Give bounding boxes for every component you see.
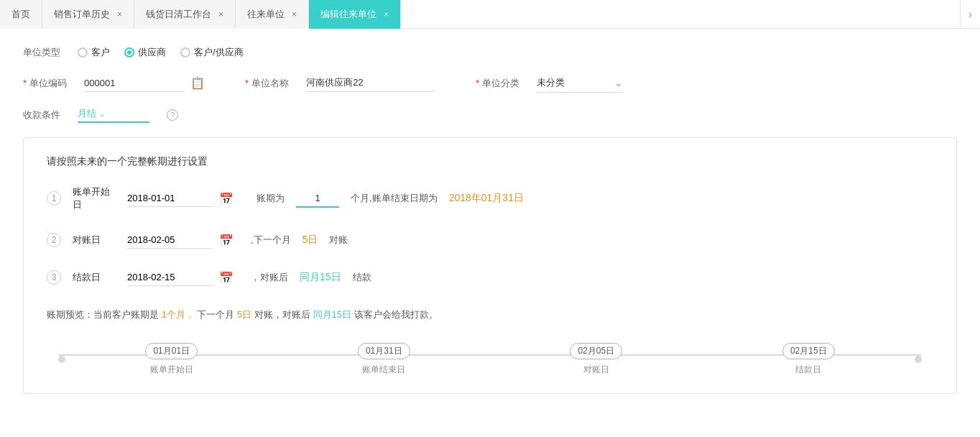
tab-close-edit-partner[interactable]: ×: [384, 9, 389, 19]
tab-close-sales-history[interactable]: ×: [117, 9, 122, 19]
preview-pay: 同月15日: [313, 309, 351, 320]
timeline-label-4: 结款日: [795, 364, 821, 376]
panel-title: 请按照未来的一个完整帐期进行设置: [47, 155, 933, 168]
preview-months: 1个月，: [162, 309, 195, 320]
preview-middle: 下一个月: [197, 309, 234, 320]
period-num-1: 1: [47, 191, 61, 206]
unit-type-row: 单位类型 客户 供应商 客户/供应商: [23, 46, 957, 59]
category-dropdown-arrow[interactable]: ⌄: [614, 77, 623, 88]
period-date-input-2[interactable]: [127, 231, 213, 249]
payment-row: 收款条件 月结 ⌄ ?: [23, 107, 957, 123]
period-row-2: 2 对账日 📅 ,下一个月 5日 对账: [47, 231, 933, 249]
timeline-label-3: 对账日: [583, 364, 609, 376]
timeline-node-4: 02月15日 结款日: [703, 343, 915, 376]
radio-supplier-circle: [124, 47, 134, 58]
preview-prefix: 账期预览：当前客户账期是: [47, 309, 159, 320]
timeline: 01月01日 账单开始日 01月31日 账单结束日 02月05日 对账日 02月…: [47, 343, 933, 376]
settings-panel: 请按照未来的一个完整帐期进行设置 1 账单开始日 📅 账期为 个月,账单结束日期…: [23, 137, 957, 394]
period-date-group-3: 📅: [127, 269, 234, 286]
period-label-1: 账单开始日: [73, 185, 116, 211]
preview-text2: 对账，对账后: [254, 309, 310, 320]
period-row-3: 3 结款日 📅 ，对账后 同月15日 结款: [47, 269, 933, 286]
unit-type-label: 单位类型: [23, 46, 60, 59]
period-date-input-3[interactable]: [127, 269, 213, 286]
tab-edit-partner[interactable]: 编辑往来单位 ×: [309, 0, 401, 29]
period-months-label: 账期为: [256, 192, 285, 205]
timeline-node-2: 01月31日 账单结束日: [278, 343, 491, 376]
timeline-label-2: 账单结束日: [362, 364, 405, 376]
code-copy-icon[interactable]: 📋: [190, 76, 205, 90]
tab-bar: 首页 销售订单历史 × 钱货日清工作台 × 往来单位 × 编辑往来单位 × ›: [0, 0, 980, 29]
period-months-suffix: 个月,账单结束日期为: [351, 192, 438, 205]
preview-text: 账期预览：当前客户账期是 1个月， 下一个月 5日 对账，对账后 同月15日 该…: [47, 306, 933, 323]
period-end-date: 2018年01月31日: [449, 192, 524, 205]
period-date-group-2: 📅: [127, 231, 234, 249]
form-fields-row: 单位编码 📋 单位名称 单位分类 未分类 ⌄: [23, 73, 957, 93]
tab-partners[interactable]: 往来单位 ×: [236, 0, 309, 29]
preview-suffix: 该客户会给我打款。: [354, 309, 438, 320]
period-num-2: 2: [47, 233, 61, 247]
period-row2-pre: ,下一个月: [251, 234, 291, 247]
code-input[interactable]: [84, 75, 185, 92]
tab-sales-history[interactable]: 销售订单历史 ×: [42, 0, 134, 29]
timeline-dot-start: [58, 356, 65, 363]
radio-both-circle: [180, 47, 190, 58]
tab-home[interactable]: 首页: [0, 0, 42, 29]
payment-dropdown[interactable]: 月结 ⌄: [78, 107, 149, 123]
period-row2-post: 对账: [329, 234, 348, 247]
payment-help-icon[interactable]: ?: [167, 109, 178, 121]
period-row3-highlight: 同月15日: [300, 271, 341, 284]
period-cal-icon-3[interactable]: 📅: [219, 271, 234, 285]
period-row3-post: 结款: [353, 271, 371, 284]
timeline-badge-1: 01月01日: [145, 343, 198, 359]
payment-label: 收款条件: [23, 109, 60, 121]
period-row-1: 1 账单开始日 📅 账期为 个月,账单结束日期为 2018年01月31日: [47, 185, 933, 211]
category-dropdown[interactable]: 未分类 ⌄: [537, 73, 623, 93]
timeline-badge-4: 02月15日: [782, 343, 835, 359]
timeline-node-1: 01月01日 账单开始日: [65, 343, 278, 376]
period-date-group-1: 📅: [127, 190, 234, 207]
code-field-group: 📋: [84, 75, 205, 92]
period-label-2: 对账日: [73, 234, 116, 247]
timeline-badge-2: 01月31日: [358, 343, 410, 359]
timeline-dot-end: [915, 356, 922, 363]
unit-type-radio-group: 客户 供应商 客户/供应商: [78, 46, 244, 59]
radio-customer-circle: [78, 47, 88, 58]
name-input[interactable]: [306, 75, 435, 92]
tab-cash-ledger[interactable]: 钱货日清工作台 ×: [134, 0, 236, 29]
preview-day: 5日: [237, 309, 251, 320]
payment-dropdown-arrow[interactable]: ⌄: [99, 110, 105, 118]
radio-customer[interactable]: 客户: [78, 46, 110, 59]
tab-more-arrow[interactable]: ›: [960, 0, 980, 28]
period-date-input-1[interactable]: [127, 190, 213, 207]
category-label: 单位分类: [476, 77, 519, 90]
radio-supplier[interactable]: 供应商: [124, 46, 166, 59]
period-num-3: 3: [47, 270, 61, 285]
timeline-badge-3: 02月05日: [570, 343, 622, 359]
name-field-group: [306, 75, 435, 92]
period-cal-icon-1[interactable]: 📅: [219, 192, 234, 206]
tab-close-partners[interactable]: ×: [292, 9, 297, 19]
period-months-input[interactable]: [296, 190, 339, 208]
period-cal-icon-2[interactable]: 📅: [219, 234, 234, 247]
period-row3-pre: ，对账后: [251, 271, 288, 284]
timeline-label-1: 账单开始日: [150, 364, 193, 376]
main-content: 单位类型 客户 供应商 客户/供应商 单位编码 📋 单位名称 单: [0, 29, 980, 437]
radio-both[interactable]: 客户/供应商: [180, 46, 244, 59]
tab-close-cash-ledger[interactable]: ×: [218, 9, 223, 19]
name-label: 单位名称: [245, 77, 289, 90]
period-label-3: 结款日: [73, 271, 116, 284]
period-row2-highlight: 5日: [302, 234, 318, 247]
timeline-node-3: 02月05日 对账日: [490, 343, 703, 376]
code-label: 单位编码: [23, 77, 67, 90]
